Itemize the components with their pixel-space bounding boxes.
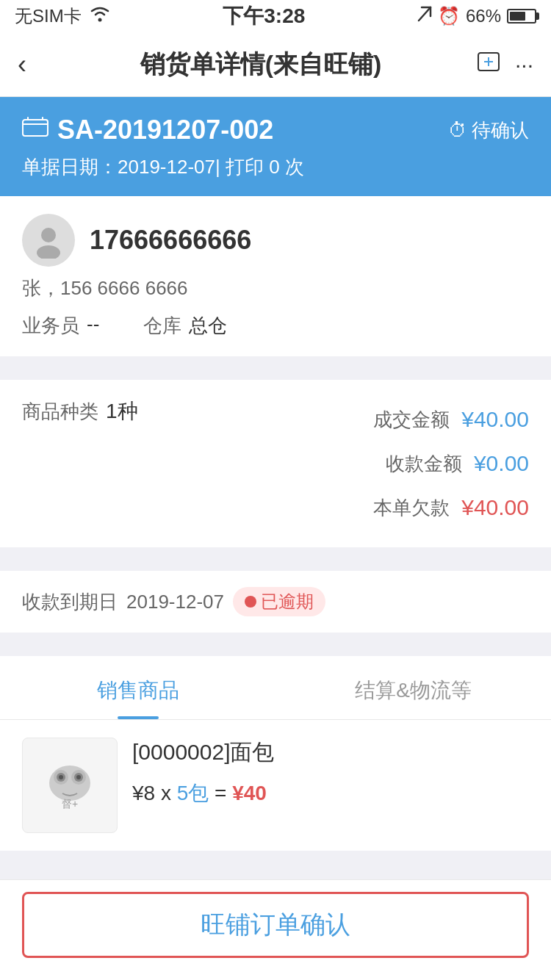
product-thumb-logo: 督+: [40, 752, 99, 818]
svg-rect-2: [23, 120, 48, 136]
overdue-dot-icon: [245, 596, 256, 608]
order-id: SA-20191207-002: [22, 115, 273, 145]
divider-3: [0, 644, 551, 656]
svg-point-11: [76, 775, 81, 779]
svg-point-3: [41, 228, 56, 242]
product-kind-row: 商品种类 1种: [22, 397, 138, 425]
print-info: | 打印 0 次: [215, 156, 304, 178]
product-thumbnail: 督+: [22, 738, 118, 833]
svg-point-10: [59, 775, 63, 779]
product-info: [0000002]面包 ¥8 x 5包 = ¥40: [132, 738, 529, 807]
order-date: 2019-12-07: [118, 156, 215, 178]
svg-point-0: [98, 18, 101, 22]
more-icon[interactable]: ···: [515, 52, 533, 77]
confirm-order-button[interactable]: 旺铺订单确认: [22, 892, 529, 958]
status-clock-icon: ⏱: [448, 119, 467, 142]
product-kind-value: 1种: [106, 397, 138, 425]
due-date: 2019-12-07: [126, 591, 224, 613]
customer-meta: 业务员 -- 仓库 总仓: [22, 313, 529, 339]
order-date-info: 单据日期：2019-12-07| 打印 0 次: [22, 154, 529, 180]
order-header-top: SA-20191207-002 ⏱ 待确认: [22, 115, 529, 145]
order-header-card: SA-20191207-002 ⏱ 待确认 单据日期：2019-12-07| 打…: [0, 97, 551, 196]
status-right: ⏰ 66%: [417, 6, 536, 26]
customer-phone: 17666666666: [90, 225, 251, 256]
status-left: 无SIM卡: [15, 4, 111, 28]
alarm-icon: ⏰: [438, 6, 460, 26]
order-id-text: SA-20191207-002: [57, 115, 273, 145]
product-quantity: 5包: [177, 782, 209, 804]
product-price: ¥8: [132, 782, 155, 804]
date-label: 单据日期：: [22, 156, 118, 178]
summary-section: 商品种类 1种 成交金额 ¥40.00 收款金额 ¥0.00 本单欠款 ¥40.…: [0, 380, 551, 547]
owed-row: 本单欠款 ¥40.00: [373, 486, 529, 530]
back-button[interactable]: ‹: [18, 49, 62, 80]
summary-right: 成交金额 ¥40.00 收款金额 ¥0.00 本单欠款 ¥40.00: [373, 397, 529, 530]
order-status: ⏱ 待确认: [448, 118, 529, 143]
warehouse-item: 仓库 总仓: [143, 313, 227, 339]
received-row: 收款金额 ¥0.00: [373, 442, 529, 486]
wifi-icon: [89, 6, 111, 26]
received-label: 收款金额: [386, 444, 462, 483]
due-label: 收款到期日: [22, 589, 118, 615]
order-status-text: 待确认: [472, 118, 529, 143]
nav-bar: ‹ 销货单详情(来自旺铺) ···: [0, 32, 551, 97]
customer-row: 17666666666: [22, 214, 529, 267]
customer-section: 17666666666 张，156 6666 6666 业务员 -- 仓库 总仓: [0, 196, 551, 356]
svg-text:督+: 督+: [62, 798, 78, 810]
overdue-text: 已逾期: [261, 590, 314, 613]
status-time: 下午3:28: [223, 2, 305, 30]
tab-settlement-label: 结算&物流等: [355, 679, 472, 702]
bottom-bar: 旺铺订单确认: [0, 879, 551, 980]
transaction-row: 成交金额 ¥40.00: [373, 397, 529, 442]
multiply-symbol: x: [161, 782, 177, 804]
product-section: 督+ [0000002]面包 ¥8 x 5包 = ¥40: [0, 720, 551, 851]
divider-1: [0, 368, 551, 380]
customer-name: 张，156 6666 6666: [22, 275, 529, 301]
due-section: 收款到期日 2019-12-07 已逾期: [0, 571, 551, 633]
divider-2: [0, 559, 551, 571]
transaction-amount: ¥40.00: [461, 397, 529, 442]
product-name: [0000002]面包: [132, 738, 529, 768]
confirm-button-label: 旺铺订单确认: [201, 908, 350, 942]
tab-settlement[interactable]: 结算&物流等: [276, 656, 551, 719]
tab-sales-product-label: 销售商品: [97, 679, 179, 702]
overdue-badge: 已逾期: [233, 587, 325, 616]
salesperson-label: 业务员: [22, 313, 79, 339]
carrier-text: 无SIM卡: [15, 4, 82, 28]
product-kind-label: 商品种类: [22, 399, 98, 425]
nav-actions: ···: [460, 50, 533, 79]
received-amount: ¥0.00: [474, 442, 529, 486]
avatar: [22, 214, 75, 267]
salesperson-item: 业务员 --: [22, 313, 99, 339]
location-icon: [417, 6, 432, 26]
order-id-icon: [22, 115, 48, 145]
product-total: ¥40: [232, 782, 267, 804]
summary-left: 商品种类 1种: [22, 397, 138, 425]
owed-label: 本单欠款: [373, 489, 450, 527]
share-icon[interactable]: [477, 50, 500, 79]
product-price-row: ¥8 x 5包 = ¥40: [132, 779, 529, 807]
salesperson-value: --: [87, 313, 99, 339]
tabs-section: 销售商品 结算&物流等: [0, 656, 551, 720]
svg-point-4: [37, 245, 60, 259]
transaction-label: 成交金额: [373, 400, 450, 439]
equals-symbol: =: [215, 782, 232, 804]
status-bar: 无SIM卡 下午3:28 ⏰ 66%: [0, 0, 551, 32]
battery-percent: 66%: [466, 6, 501, 26]
warehouse-value: 总仓: [189, 313, 227, 339]
battery-icon: [507, 9, 536, 24]
warehouse-label: 仓库: [143, 313, 181, 339]
page-title: 销货单详情(来自旺铺): [62, 48, 460, 82]
tab-sales-product[interactable]: 销售商品: [0, 656, 276, 719]
owed-amount: ¥40.00: [461, 486, 529, 530]
